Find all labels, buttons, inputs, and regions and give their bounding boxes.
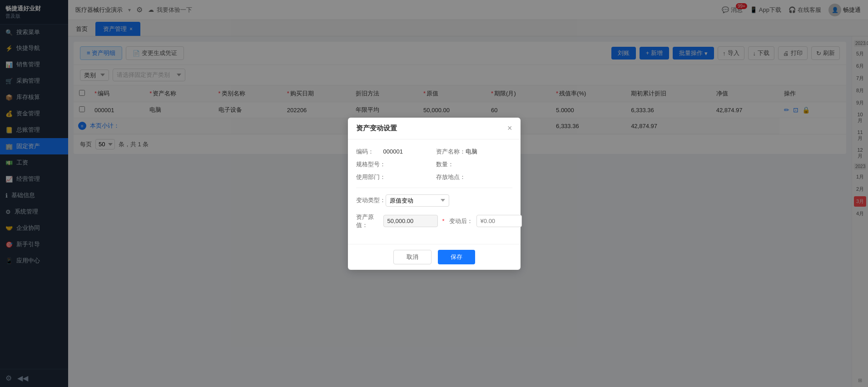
modal-code-value: 000001: [383, 148, 403, 155]
modal-divider: [356, 188, 512, 188]
modal-name-item: 资产名称： 电脑: [436, 148, 512, 156]
modal-spec-item: 规格型号：: [356, 160, 432, 169]
modal-info-grid: 编码： 000001 资产名称： 电脑 规格型号： 数量： 使用部门：: [356, 148, 512, 181]
modal-title: 资产变动设置: [356, 124, 397, 133]
modal-after-change-required-star: *: [442, 218, 445, 224]
asset-change-modal: 资产变动设置 × 编码： 000001 资产名称： 电脑 规格型号： 数量：: [348, 118, 521, 270]
modal-location-label: 存放地点：: [436, 173, 466, 181]
modal-after-change-input[interactable]: [476, 215, 522, 227]
modal-original-value-label: 资产原值：: [356, 213, 383, 229]
modal-cancel-btn[interactable]: 取消: [393, 250, 432, 264]
modal-original-value-input[interactable]: [383, 215, 438, 227]
modal-code-item: 编码： 000001: [356, 148, 432, 156]
modal-quantity-item: 数量：: [436, 160, 512, 169]
modal-code-label: 编码：: [356, 148, 383, 156]
modal-change-type-select[interactable]: 原值变动: [386, 194, 449, 207]
modal-close-btn[interactable]: ×: [507, 124, 512, 132]
modal-location-item: 存放地点：: [436, 173, 512, 181]
modal-change-type-field: 变动类型： 原值变动: [356, 194, 512, 207]
modal-overlay: 资产变动设置 × 编码： 000001 资产名称： 电脑 规格型号： 数量：: [0, 0, 868, 387]
modal-body: 编码： 000001 资产名称： 电脑 规格型号： 数量： 使用部门：: [348, 139, 521, 244]
modal-original-value-field: 资产原值： * 变动后：: [356, 213, 512, 229]
modal-spec-label: 规格型号：: [356, 160, 386, 169]
modal-quantity-label: 数量：: [436, 160, 463, 169]
modal-name-label: 资产名称：: [436, 148, 466, 156]
modal-change-type-wrapper: 原值变动: [386, 194, 512, 207]
modal-change-type-label: 变动类型：: [356, 196, 386, 204]
modal-department-item: 使用部门：: [356, 173, 432, 181]
modal-department-label: 使用部门：: [356, 173, 386, 181]
modal-after-change-label: 变动后：: [449, 217, 476, 225]
modal-name-value: 电脑: [466, 148, 477, 156]
modal-header: 资产变动设置 ×: [348, 118, 521, 139]
modal-save-btn[interactable]: 保存: [438, 250, 475, 264]
modal-footer: 取消 保存: [348, 244, 521, 270]
